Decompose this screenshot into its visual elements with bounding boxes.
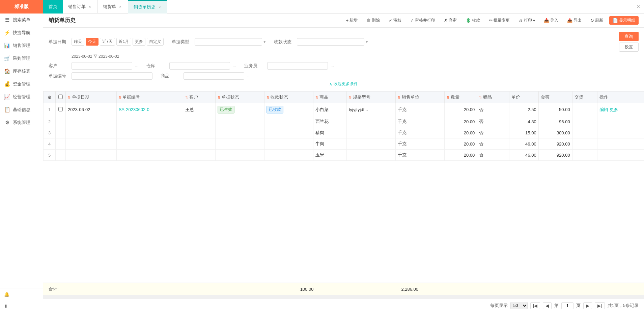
pause-icon: ⏸ — [4, 304, 8, 309]
review-print-button[interactable]: ✓ 审核并打印 — [408, 16, 438, 25]
tab-sales-history[interactable]: 销货单历史 × — [128, 0, 167, 14]
sort-icon: ⇅ — [349, 96, 352, 99]
row-amount: 50.00 — [538, 103, 572, 116]
sidebar-item-inventory[interactable]: 🏠 库存核算 — [0, 65, 43, 78]
date-btn-today[interactable]: 今天 — [86, 38, 99, 46]
table-row: 12023-06-02SA-20230602-0王总已生效已收款小白菜tyjyj… — [44, 103, 644, 116]
customer-ellipsis[interactable]: ... — [135, 63, 138, 68]
export-button[interactable]: 📤 导出 — [564, 16, 584, 25]
warehouse-label: 仓库 — [146, 63, 167, 69]
select-all-checkbox[interactable] — [58, 95, 63, 99]
filter-row-1: 单据日期 昨天 今天 近7天 近1月 更多 自定义 单据类型 ▾ — [49, 32, 639, 52]
row-spec — [346, 127, 395, 138]
tab-bar-close-btn[interactable]: × — [633, 4, 644, 10]
sidebar-item-search-menu[interactable]: ☰ 搜索菜单 — [0, 14, 43, 26]
table-area: ⚙ ⇅ 单据日期 ⇅ 单据编号 — [43, 91, 644, 283]
sidebar-item-sales-mgmt[interactable]: 📊 销售管理 — [0, 39, 43, 52]
delete-button[interactable]: 🗑 删除 — [364, 16, 383, 25]
prev-page-btn[interactable]: ◀ — [543, 302, 552, 309]
sidebar-item-label: 系统管理 — [13, 120, 30, 126]
sales-order-tab-close[interactable]: × — [88, 4, 92, 9]
print-button[interactable]: 🖨 打印 ▾ — [516, 16, 538, 25]
settings-icon[interactable]: ⚙ — [48, 95, 52, 100]
import-button[interactable]: 📥 导入 — [541, 16, 561, 25]
page-size-select[interactable]: 50 100 200 — [510, 302, 528, 309]
salesperson-ellipsis[interactable]: ... — [331, 63, 334, 68]
first-page-btn[interactable]: |◀ — [530, 302, 540, 309]
col-spec[interactable]: ⇅ 规格型号 — [346, 92, 395, 103]
current-page-input[interactable] — [561, 302, 573, 309]
abandon-button[interactable]: ✗ 弃审 — [441, 16, 459, 25]
collapse-button[interactable]: ∧ 收起更多条件 — [49, 81, 639, 87]
review-button[interactable]: ✓ 审核 — [386, 16, 404, 25]
table-row: 5玉米千克20.00否46.00920.00 — [44, 150, 644, 161]
date-btn-1month[interactable]: 近1月 — [116, 38, 132, 46]
edit-link[interactable]: 编辑 — [599, 107, 608, 112]
add-button[interactable]: + 新增 — [343, 16, 360, 25]
col-collect-status[interactable]: ⇅ 收款状态 — [264, 92, 313, 103]
sidebar-item-label: 经营管理 — [13, 94, 30, 100]
collect-button[interactable]: 💲 收款 — [463, 16, 483, 25]
row-checkbox-cell — [56, 127, 66, 138]
date-btn-yesterday[interactable]: 昨天 — [72, 38, 84, 46]
set-button[interactable]: 设置 — [619, 43, 639, 52]
col-customer[interactable]: ⇅ 客户 — [183, 92, 215, 103]
goods-input[interactable] — [184, 72, 244, 80]
col-doc-no[interactable]: ⇅ 单据编号 — [116, 92, 183, 103]
show-detail-button[interactable]: 📄 显示明细 — [609, 16, 639, 25]
row-unit-price: 46.00 — [509, 138, 538, 150]
sidebar-item-purchase-mgmt[interactable]: 🛒 采购管理 — [0, 52, 43, 65]
query-set-group: 查询 设置 — [619, 32, 639, 52]
row-unit-price: 2.50 — [509, 103, 538, 116]
col-gift[interactable]: ⇅ 赠品 — [477, 92, 509, 103]
sidebar-item-sys-mgmt[interactable]: ⚙ 系统管理 — [0, 116, 43, 129]
goods-ellipsis[interactable]: ... — [247, 74, 250, 78]
query-button[interactable]: 查询 — [619, 32, 639, 41]
col-settings[interactable]: ⚙ — [44, 92, 56, 103]
col-doc-status[interactable]: ⇅ 单据状态 — [215, 92, 264, 103]
tab-sales-delivery[interactable]: 销货单 × — [97, 0, 128, 14]
warehouse-ellipsis[interactable]: ... — [233, 63, 236, 68]
sidebar-item-finance[interactable]: 💰 资金管理 — [0, 78, 43, 90]
print-icon: 🖨 — [519, 18, 523, 23]
salesperson-input[interactable] — [267, 62, 328, 70]
next-page-btn[interactable]: ▶ — [583, 302, 592, 309]
doc-no-input[interactable] — [72, 72, 152, 80]
row-doc-status: 已生效 — [215, 103, 264, 116]
sidebar-item-base-info[interactable]: 📋 基础信息 — [0, 103, 43, 116]
sidebar-bottom-item-2[interactable]: ⏸ — [0, 300, 43, 312]
row-checkbox[interactable] — [58, 107, 63, 111]
last-page-btn[interactable]: ▶| — [595, 302, 605, 309]
customer-input[interactable] — [72, 62, 132, 70]
date-btn-more[interactable]: 更多 — [133, 38, 145, 46]
row-spec: tyjyjtyjdf... — [346, 103, 395, 116]
more-link[interactable]: 更多 — [610, 107, 618, 112]
horizontal-scroll[interactable] — [43, 295, 644, 299]
sidebar-item-quick-nav[interactable]: ⚡ 快捷导航 — [0, 26, 43, 39]
refresh-button[interactable]: ↻ 刷新 — [588, 16, 606, 25]
sort-icon: ⇅ — [267, 96, 269, 99]
sales-delivery-tab-close[interactable]: × — [118, 4, 122, 9]
col-sale-unit[interactable]: ⇅ 销售单位 — [396, 92, 445, 103]
col-qty[interactable]: ⇅ 数量 — [445, 92, 477, 103]
row-action — [597, 138, 644, 150]
collect-status-input[interactable] — [297, 38, 364, 46]
row-doc-date: 2023-06-02 — [66, 103, 117, 116]
doc-type-input[interactable] — [195, 38, 262, 46]
sales-history-tab-close[interactable]: × — [158, 5, 162, 9]
sidebar-item-label: 基础信息 — [13, 107, 30, 113]
col-goods[interactable]: ⇅ 商品 — [313, 92, 347, 103]
operations-icon: 📈 — [4, 94, 10, 100]
batch-change-button[interactable]: ✏ 批量变更 — [486, 16, 512, 25]
date-btn-custom[interactable]: 自定义 — [147, 38, 164, 46]
col-doc-date[interactable]: ⇅ 单据日期 — [66, 92, 117, 103]
sidebar-bottom-item-1[interactable]: 🔔 — [0, 288, 43, 300]
sidebar-item-operations[interactable]: 📈 经营管理 — [0, 90, 43, 103]
tab-sales-order[interactable]: 销售订单 × — [63, 0, 97, 14]
row-gift: 否 — [477, 150, 509, 161]
row-collect-status — [264, 116, 313, 127]
date-btn-7days[interactable]: 近7天 — [100, 38, 115, 46]
tab-home[interactable]: 首页 — [43, 0, 63, 14]
warehouse-input[interactable] — [169, 62, 230, 70]
tab-bar: 首页 销售订单 × 销货单 × 销货单历史 × × — [43, 0, 644, 14]
